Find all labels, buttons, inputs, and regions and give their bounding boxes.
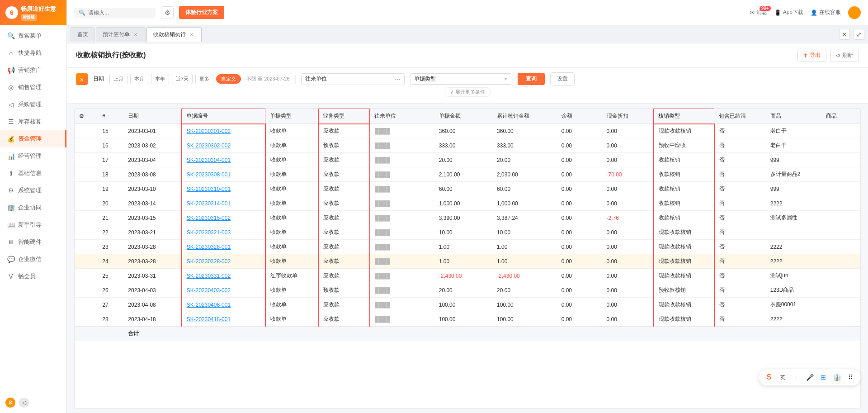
table-cell: 26: [98, 283, 123, 298]
sidebar-item-inventory[interactable]: ☰ 库存核算: [0, 113, 66, 130]
sidebar-item-hardware[interactable]: 🖥 智能硬件: [0, 233, 66, 251]
write-off-type-cell: 现款收款核销: [654, 312, 714, 327]
th-partner[interactable]: 往来单位: [370, 109, 434, 124]
tab-receipt[interactable]: 收款核销执行 ✕: [146, 27, 202, 42]
wechat-icon: 💬: [7, 256, 14, 263]
sidebar-item-basic[interactable]: ℹ 基础信息: [0, 165, 66, 182]
sidebar-item-member[interactable]: V 畅会员: [0, 268, 66, 285]
th-product2[interactable]: 商品: [821, 109, 860, 124]
th-product[interactable]: 商品: [766, 109, 822, 124]
th-include-settled[interactable]: 包含已结清: [714, 109, 766, 124]
table-cell: ████: [370, 254, 434, 269]
date-this-month-btn[interactable]: 本月: [130, 74, 148, 84]
float-icon-shirt[interactable]: 👔: [831, 372, 842, 383]
filter-toggle-button[interactable]: »: [76, 73, 88, 85]
online-service-button[interactable]: 👤 在线客服: [811, 9, 841, 16]
table-row: 222023-03-21SK-20230321-003收款单应收款████10.…: [75, 225, 860, 240]
sidebar-item-sales[interactable]: ◎ 销售管理: [0, 79, 66, 96]
sidebar-item-finance[interactable]: 💰 资金管理: [0, 130, 66, 147]
float-icon-mic[interactable]: 🎤: [804, 372, 815, 383]
partner-filter-dots[interactable]: ···: [395, 75, 401, 83]
column-settings-icon[interactable]: ⚙: [79, 113, 84, 119]
date-last-month-btn[interactable]: 上月: [109, 74, 127, 84]
expand-more-button[interactable]: ∨ 展开更多条件: [444, 87, 491, 97]
voucher-no-cell[interactable]: SK-20230304-001: [182, 153, 265, 167]
close-tab-button[interactable]: ✕: [839, 29, 850, 40]
table-footer-row: 合计: [75, 327, 860, 341]
tab-receipt-close[interactable]: ✕: [189, 31, 195, 38]
th-amount[interactable]: 单据金额: [434, 109, 492, 124]
table-cell: 1.00: [492, 240, 557, 254]
voucher-no-cell[interactable]: SK-20230403-002: [182, 283, 265, 298]
voucher-no-cell[interactable]: SK-20230328-001: [182, 240, 265, 254]
th-settings[interactable]: ⚙: [75, 109, 98, 124]
sidebar-item-search[interactable]: 🔍 搜索菜单: [0, 27, 66, 44]
sidebar-item-wechat[interactable]: 💬 企业微信: [0, 251, 66, 268]
solution-button[interactable]: 体验行业方案: [179, 6, 224, 19]
date-custom-btn[interactable]: 自定义: [216, 74, 241, 84]
th-cash-discount[interactable]: 现金折扣: [602, 109, 654, 124]
float-icon-grid[interactable]: ⊞: [818, 372, 829, 383]
sidebar-item-quick[interactable]: ⌂ 快捷导航: [0, 44, 66, 62]
export-button[interactable]: ⬆ 导出: [797, 49, 826, 62]
settings-footer-icon[interactable]: ⚙: [5, 398, 15, 408]
topbar-search-input[interactable]: [88, 9, 151, 16]
avatar[interactable]: [848, 6, 861, 19]
table-cell: 0.00: [602, 312, 654, 327]
voucher-no-cell[interactable]: SK-20230302-002: [182, 138, 265, 153]
collapse-footer-icon[interactable]: ◁: [19, 398, 29, 408]
voucher-no-cell[interactable]: SK-20230308-001: [182, 167, 265, 182]
tab-prepay[interactable]: 预计应付单 ✕: [96, 27, 146, 42]
refresh-button[interactable]: ↺ 刷新: [830, 49, 859, 62]
table-cell: 否: [714, 211, 766, 225]
date-7days-btn[interactable]: 近7天: [172, 74, 193, 84]
float-icon-dot[interactable]: ·: [791, 372, 802, 383]
th-voucher-type[interactable]: 单据类型: [265, 109, 318, 124]
sidebar-item-purchase[interactable]: ◁ 采购管理: [0, 96, 66, 113]
voucher-no-cell[interactable]: SK-20230314-001: [182, 196, 265, 211]
voucher-no-cell[interactable]: SK-20230315-002: [182, 211, 265, 225]
voucher-no-cell[interactable]: SK-20230301-002: [182, 124, 265, 138]
query-button[interactable]: 查询: [518, 73, 545, 85]
app-download-button[interactable]: 📱 App下载: [774, 9, 803, 16]
voucher-type-input[interactable]: [436, 76, 504, 82]
float-icon-en[interactable]: 英: [777, 372, 788, 383]
enterprise-icon: 🏢: [7, 204, 14, 211]
voucher-no-cell[interactable]: SK-20230328-002: [182, 254, 265, 269]
float-icon-s[interactable]: S: [764, 372, 774, 383]
voucher-no-cell[interactable]: SK-20230310-001: [182, 182, 265, 196]
partner-filter-input[interactable]: [327, 76, 395, 82]
sidebar-item-system[interactable]: ⚙ 系统管理: [0, 182, 66, 199]
topbar-gear-button[interactable]: ⚙: [161, 6, 174, 19]
th-date[interactable]: 日期: [123, 109, 181, 124]
biz-type-cell: 预收款: [318, 138, 370, 153]
voucher-no-cell[interactable]: SK-20230418-001: [182, 312, 265, 327]
date-more-btn[interactable]: 更多: [195, 74, 213, 84]
logo-icon: 6: [5, 6, 18, 19]
expand-tab-button[interactable]: ⤢: [854, 29, 864, 40]
sidebar-item-operations[interactable]: 📊 经营管理: [0, 147, 66, 165]
float-icon-apps[interactable]: ⠿: [845, 372, 856, 383]
sidebar-item-guide[interactable]: 📖 新手引导: [0, 216, 66, 233]
message-button[interactable]: ✉ 消息 99+: [750, 9, 767, 16]
tab-prepay-close[interactable]: ✕: [132, 31, 139, 38]
tab-home[interactable]: 首页: [71, 27, 95, 42]
voucher-no-cell[interactable]: SK-20230321-003: [182, 225, 265, 240]
th-balance[interactable]: 余额: [557, 109, 602, 124]
setting-button[interactable]: 设置: [550, 72, 575, 85]
sidebar-item-label: 快捷导航: [18, 49, 42, 57]
th-voucher-no[interactable]: 单据编号: [182, 109, 265, 124]
th-write-off-type[interactable]: 核销类型: [654, 109, 714, 124]
table-cell: 老白干: [766, 124, 822, 138]
sidebar-item-marketing[interactable]: 📢 营销推广: [0, 62, 66, 79]
sidebar-item-enterprise[interactable]: 🏢 企业协同: [0, 199, 66, 216]
basic-icon: ℹ: [7, 170, 14, 177]
th-write-off-amount[interactable]: 累计核销金额: [492, 109, 557, 124]
th-biz-type[interactable]: 业务类型: [318, 109, 370, 124]
voucher-no-cell[interactable]: SK-20230408-001: [182, 298, 265, 312]
table-cell: 2023-03-31: [123, 269, 181, 283]
table-cell: 否: [714, 269, 766, 283]
voucher-no-cell[interactable]: SK-20230331-002: [182, 269, 265, 283]
table-cell: 否: [714, 167, 766, 182]
date-this-year-btn[interactable]: 本年: [151, 74, 169, 84]
